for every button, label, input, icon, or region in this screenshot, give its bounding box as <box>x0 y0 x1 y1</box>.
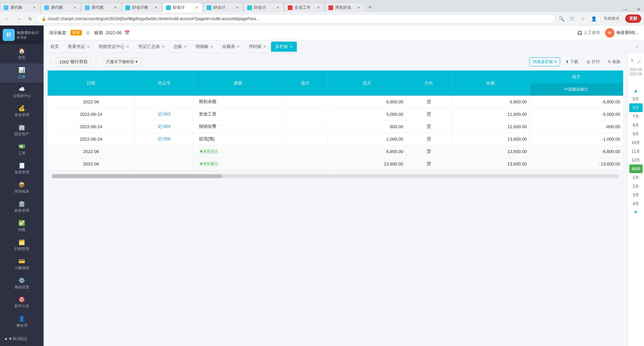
wuhen-mode-button[interactable]: 无痕模式 <box>600 15 623 22</box>
sidebar-item-cloud-report[interactable]: ☁️ 云报表中心 <box>0 83 44 102</box>
tab-close-2[interactable]: ✕ <box>72 5 77 10</box>
gear-icon[interactable]: ⚙ <box>86 30 90 36</box>
next-account-button[interactable]: › <box>93 58 100 65</box>
browser-tab-6[interactable]: 好会计 ✕ <box>203 3 243 12</box>
month-5[interactable]: 5月 <box>629 95 643 103</box>
update-button[interactable]: 更新 <box>625 14 641 23</box>
tab-close-smart-voucher[interactable]: ✕ <box>126 44 129 49</box>
filter-selector[interactable]: 只显示下级科目 ▾ <box>102 57 141 66</box>
consult-button[interactable]: 🎧 人工咨询 <box>577 30 600 36</box>
tab-close-9[interactable]: ✕ <box>357 5 361 10</box>
tab-close-detail-account[interactable]: ✕ <box>210 44 213 49</box>
scroll-area[interactable] <box>48 174 623 178</box>
browser-tab-5[interactable]: 好会计 ✕ <box>162 3 203 12</box>
search-icon[interactable]: 🔍 <box>557 15 566 23</box>
collapse-button[interactable]: ⤢ <box>633 43 641 51</box>
multi-col-button[interactable]: 特殊多栏账 ▾ <box>529 57 560 66</box>
sidebar-item-tax[interactable]: 🏛️ 税务管理 <box>0 197 44 216</box>
tab-close-4[interactable]: ✕ <box>154 5 158 10</box>
prev-account-button[interactable]: ‹ <box>48 58 54 65</box>
browser-tab-7[interactable]: 好会计 ✕ <box>244 3 284 12</box>
print-button[interactable]: 🖨 打印 <box>584 58 602 66</box>
browser-tab-2[interactable]: 易代账 ✕ <box>41 3 81 12</box>
tab-multi-column[interactable]: 多栏账 ✕ <box>271 42 297 52</box>
tab-sequence-account[interactable]: 序时账 ✕ <box>245 42 270 52</box>
tab-close-1[interactable]: ✕ <box>32 5 37 10</box>
unpin-button[interactable]: ◀ ◀ 取消固定 <box>1 334 42 343</box>
shield-icon[interactable]: 🛡 <box>568 15 576 23</box>
sidebar-item-inventory[interactable]: 📦 库存核算 <box>0 178 44 197</box>
sidebar-item-invoice[interactable]: 🧾 发票管理 <box>0 159 44 178</box>
tab-general-ledger[interactable]: 总账 ✕ <box>169 42 191 52</box>
panel-expand-button[interactable]: ⤢ <box>636 58 643 65</box>
browser-tab-3[interactable]: 易代账 ✕ <box>81 3 121 12</box>
cell-debit <box>282 96 327 108</box>
forward-button[interactable]: → <box>14 14 23 23</box>
browser-tab-1[interactable]: 易代账 ✕ <box>0 3 40 12</box>
close-button[interactable]: ✕ <box>636 7 641 12</box>
tab-close-5[interactable]: ✕ <box>194 5 199 10</box>
tab-close-6[interactable]: ✕ <box>235 5 239 10</box>
year-2023-badge[interactable]: 2023 <box>629 164 643 173</box>
sidebar-item-archive[interactable]: 🗂️ 归档管理 <box>0 236 44 255</box>
month-4[interactable]: 4月 <box>629 199 643 208</box>
month-1[interactable]: 1月 <box>629 173 643 182</box>
sidebar-item-settings[interactable]: ⚙️ 基础设置 <box>0 274 44 293</box>
tab-detail-account[interactable]: 明细账 ✕ <box>192 42 217 52</box>
account-selector[interactable]: 1002 银行存款 <box>56 57 92 66</box>
sidebar-item-ledger[interactable]: 📊 总账 <box>0 63 44 83</box>
browser-tab-8[interactable]: 企业工作 ✕ <box>284 3 324 12</box>
sidebar-item-home[interactable]: 🏠 首页 <box>0 44 44 63</box>
month-8[interactable]: 8月 <box>629 121 643 130</box>
back-button[interactable]: ← <box>3 14 12 23</box>
table-row: 2022-06 期初余额 6,800.00 贷 6,800.00 -6,800.… <box>48 96 623 108</box>
minimize-button[interactable]: — <box>623 7 628 12</box>
sidebar-item-member[interactable]: 👤 畅会员 <box>0 312 44 331</box>
tab-close-view-voucher[interactable]: ✕ <box>87 44 90 49</box>
tab-close-3[interactable]: ✕ <box>113 5 118 10</box>
month-12[interactable]: 12月 <box>629 156 643 164</box>
star-icon[interactable]: ☆ <box>579 15 587 23</box>
scroll-down-button[interactable]: ▼ <box>632 208 640 216</box>
sidebar-item-salary[interactable]: 💵 工资 <box>0 140 44 159</box>
sidebar-item-guide[interactable]: 🎯 新手引导 <box>0 293 44 312</box>
address-bar[interactable]: 🔒 cloud2.chanjet.com/accounting/uh26t264… <box>37 14 555 23</box>
month-10[interactable]: 10月 <box>629 138 643 147</box>
cell-voucher[interactable]: 记-004 <box>135 120 193 133</box>
tab-close-voucher-summary[interactable]: ✕ <box>161 44 165 49</box>
panel-close-button[interactable]: ✕ <box>629 57 636 64</box>
browser-tab-9[interactable]: 用友好业 ✕ <box>325 3 365 12</box>
tab-close-multi-column[interactable]: ✕ <box>289 44 293 49</box>
profile-icon[interactable]: 👤 <box>590 15 598 23</box>
month-2[interactable]: 2月 <box>629 182 643 191</box>
month-3[interactable]: 3月 <box>629 191 643 199</box>
sidebar-item-capital[interactable]: 💰 资金管理 <box>0 102 44 121</box>
tab-home[interactable]: 首页 <box>46 42 63 52</box>
tab-close-sequence[interactable]: ✕ <box>263 44 266 49</box>
download-button[interactable]: ⬇ 下载 <box>563 58 581 66</box>
month-9[interactable]: 9月 <box>629 130 643 138</box>
sidebar-item-assets[interactable]: 🏢 固定资产 <box>0 121 44 140</box>
tab-close-general-ledger[interactable]: ✕ <box>183 44 187 49</box>
cell-voucher[interactable]: 记-006 <box>135 133 193 145</box>
tab-close-7[interactable]: ✕ <box>275 5 280 10</box>
month-6[interactable]: 6月 <box>629 103 643 112</box>
tab-smart-voucher[interactable]: 智能凭证中心 ✕ <box>95 42 133 52</box>
scroll-up-button[interactable]: ▲ <box>632 87 640 95</box>
sidebar-item-closing[interactable]: ✅ 结账 <box>0 216 44 236</box>
calendar-icon[interactable]: 📅 <box>124 30 130 35</box>
tab-balance-sheet[interactable]: 余额表 ✕ <box>218 42 244 52</box>
tab-view-voucher[interactable]: 查看凭证 ✕ <box>64 42 94 52</box>
tab-close-balance[interactable]: ✕ <box>236 44 240 49</box>
tab-close-8[interactable]: ✕ <box>316 5 321 10</box>
cell-voucher[interactable]: 记-002 <box>135 108 193 120</box>
tab-voucher-summary[interactable]: 凭证汇总表 ✕ <box>134 42 169 52</box>
sidebar-item-expense[interactable]: 💳 小畅报销 <box>0 255 44 274</box>
refresh-button[interactable]: ↻ 刷新 <box>605 58 623 66</box>
reload-button[interactable]: ↻ <box>25 14 35 23</box>
restore-button[interactable]: ⬜ <box>629 7 635 12</box>
month-7[interactable]: 7月 <box>629 112 643 121</box>
new-tab-button[interactable]: + <box>365 3 375 12</box>
browser-tab-4[interactable]: 好会计账 ✕ <box>122 3 162 12</box>
month-11[interactable]: 11月 <box>629 147 643 156</box>
